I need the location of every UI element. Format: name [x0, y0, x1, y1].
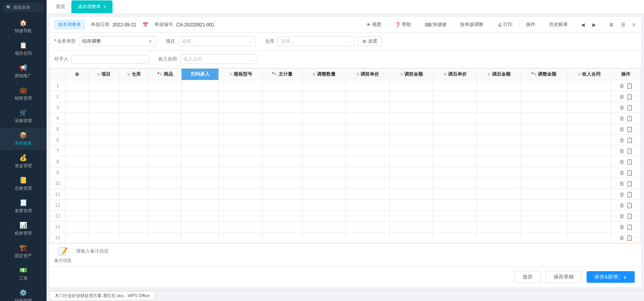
cell-project[interactable]: [89, 113, 119, 124]
copy-icon[interactable]: 📋: [626, 159, 633, 165]
cell-spec[interactable]: [219, 113, 263, 124]
sidebar-item-quick-nav[interactable]: 🏠 快捷导航: [0, 15, 47, 38]
cell-prev_unit_price[interactable]: [346, 200, 390, 211]
cell-prev_amount[interactable]: [390, 156, 433, 167]
cell-prev_amount[interactable]: [390, 232, 433, 243]
copy-icon[interactable]: 📋: [626, 83, 633, 89]
cell-prev_amount[interactable]: [390, 135, 433, 145]
cell-prev_amount[interactable]: [390, 91, 433, 102]
cell-warehouse[interactable]: [119, 80, 149, 91]
cell-project[interactable]: [89, 211, 119, 221]
income-contract-input[interactable]: 收入合同 ...: [180, 54, 258, 64]
cell-warehouse[interactable]: [119, 102, 149, 113]
delete-icon[interactable]: 🗑: [619, 202, 625, 208]
cell-spec[interactable]: [219, 178, 263, 189]
project-input[interactable]: 选择... ...: [178, 36, 256, 46]
delete-icon[interactable]: 🗑: [619, 213, 625, 219]
copy-icon[interactable]: 📋: [626, 126, 633, 132]
cell-after_unit_price[interactable]: [433, 189, 477, 200]
cell-prev_amount[interactable]: [390, 80, 433, 91]
cell-adj_amount[interactable]: [521, 102, 567, 113]
cell-after_amount[interactable]: [477, 189, 521, 200]
cell-prev_amount[interactable]: [390, 167, 433, 178]
cell-project[interactable]: [89, 221, 119, 232]
cell-adj_qty[interactable]: [302, 200, 346, 211]
cell-prev_amount[interactable]: [390, 145, 433, 156]
cell-goods[interactable]: [149, 200, 182, 211]
nav-next-btn[interactable]: ▶: [591, 21, 597, 28]
cell-income_contract[interactable]: [567, 124, 611, 135]
th-goods[interactable]: *⇅ 商品: [149, 69, 182, 80]
cell-after_amount[interactable]: [477, 145, 521, 156]
cell-after_amount[interactable]: [477, 113, 521, 124]
cell-prev_unit_price[interactable]: [346, 167, 390, 178]
cell-after_unit_price[interactable]: [433, 211, 477, 221]
cell-adj_amount[interactable]: [521, 167, 567, 178]
cell-spec[interactable]: [219, 211, 263, 221]
cell-income_contract[interactable]: [567, 167, 611, 178]
cell-unit[interactable]: [263, 145, 302, 156]
review-btn[interactable]: 按单据调整: [459, 21, 485, 29]
taskbar-wps-item[interactable]: 木门行业好业财处理方案-墨红红.doc - WPS Office: [50, 291, 155, 300]
cell-after_amount[interactable]: [477, 232, 521, 243]
cell-income_contract[interactable]: [567, 80, 611, 91]
cell-warehouse[interactable]: [119, 167, 149, 178]
cell-after_unit_price[interactable]: [433, 232, 477, 243]
cell-spec[interactable]: [219, 91, 263, 102]
cell-prev_unit_price[interactable]: [346, 135, 390, 145]
cell-spec[interactable]: [219, 135, 263, 145]
copy-icon[interactable]: 📋: [626, 180, 633, 187]
cell-scan[interactable]: [182, 102, 219, 113]
cell-goods[interactable]: [149, 156, 182, 167]
cell-scan[interactable]: [182, 189, 219, 200]
cell-warehouse[interactable]: [119, 221, 149, 232]
cell-project[interactable]: [89, 156, 119, 167]
tab-cost-adjust[interactable]: 成本调整单 ✕: [71, 0, 113, 13]
th-spec[interactable]: ⇅ 规格型号: [219, 69, 263, 80]
cell-after_unit_price[interactable]: [433, 178, 477, 189]
cell-scan[interactable]: [182, 200, 219, 211]
cell-adj_qty[interactable]: [302, 91, 346, 102]
cell-prev_amount[interactable]: [390, 113, 433, 124]
th-scan[interactable]: 扫码录入: [182, 69, 219, 80]
cell-settings[interactable]: [66, 178, 89, 189]
cell-prev_unit_price[interactable]: [346, 102, 390, 113]
cell-prev_amount[interactable]: [390, 211, 433, 221]
cell-adj_qty[interactable]: [302, 189, 346, 200]
cell-settings[interactable]: [66, 200, 89, 211]
cell-prev_unit_price[interactable]: [346, 156, 390, 167]
cell-after_unit_price[interactable]: [433, 102, 477, 113]
cell-after_unit_price[interactable]: [433, 124, 477, 135]
delete-icon[interactable]: 🗑: [619, 115, 625, 121]
th-project[interactable]: ⇅ 项目: [89, 69, 119, 80]
cell-after_amount[interactable]: [477, 102, 521, 113]
cell-project[interactable]: [89, 167, 119, 178]
th-after-unit-price[interactable]: ⇅ 调后单价: [433, 69, 477, 80]
cell-prev_unit_price[interactable]: [346, 145, 390, 156]
delete-icon[interactable]: 🗑: [619, 180, 625, 187]
copy-icon[interactable]: 📋: [626, 213, 633, 219]
cell-unit[interactable]: [263, 91, 302, 102]
handler-input[interactable]: ...: [71, 55, 149, 64]
cell-goods[interactable]: [149, 232, 182, 243]
cell-after_amount[interactable]: [477, 135, 521, 145]
cell-adj_amount[interactable]: [521, 200, 567, 211]
sidebar-item-ledger[interactable]: 📒 总账管理: [0, 173, 47, 195]
cell-spec[interactable]: [219, 80, 263, 91]
cell-unit[interactable]: [263, 232, 302, 243]
cell-prev_unit_price[interactable]: [346, 113, 390, 124]
cell-after_unit_price[interactable]: [433, 135, 477, 145]
cell-scan[interactable]: [182, 80, 219, 91]
warehouse-input[interactable]: 选择... ...: [277, 36, 355, 46]
cell-after_unit_price[interactable]: [433, 167, 477, 178]
cell-prev_unit_price[interactable]: [346, 178, 390, 189]
copy-icon[interactable]: 📋: [626, 202, 633, 208]
cell-income_contract[interactable]: [567, 189, 611, 200]
cell-settings[interactable]: [66, 80, 89, 91]
cell-prev_unit_price[interactable]: [346, 221, 390, 232]
cell-adj_amount[interactable]: [521, 135, 567, 145]
cell-unit[interactable]: [263, 124, 302, 135]
sidebar-search-button[interactable]: 🔍 搜索菜单: [3, 3, 43, 12]
cell-goods[interactable]: [149, 135, 182, 145]
cell-goods[interactable]: [149, 91, 182, 102]
